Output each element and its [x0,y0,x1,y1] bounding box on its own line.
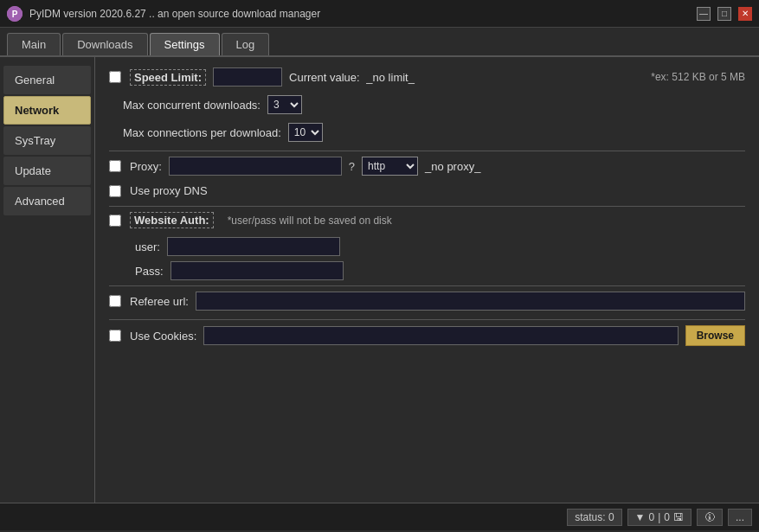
speed-limit-row: Speed Limit: Current value: _no limit_ *… [109,67,745,87]
status-bar: status: 0 ▼ 0 | 0 🖫 🛈 ... [0,503,759,530]
close-button[interactable]: ✕ [738,7,752,21]
queue-down-icon: ▼ [635,511,646,523]
svg-text:P: P [12,10,18,19]
pass-row: Pass: [135,261,745,280]
proxy-row: Proxy: ? http https socks4 socks5 _no pr… [109,157,745,176]
tab-main[interactable]: Main [7,33,61,55]
tab-log[interactable]: Log [222,33,270,55]
info-button[interactable]: 🛈 [697,509,723,526]
maximize-button[interactable]: □ [717,7,731,21]
sidebar-item-general[interactable]: General [3,66,91,94]
website-auth-checkbox[interactable] [109,215,121,227]
queue-upload-icon: 🖫 [673,511,684,523]
tab-settings[interactable]: Settings [150,33,220,55]
speed-limit-label: Speed Limit: [130,69,206,86]
settings-panel: Speed Limit: Current value: _no limit_ *… [95,57,759,503]
max-connections-label: Max connections per download: [123,126,281,139]
user-input[interactable] [167,237,340,256]
referee-url-label: Referee url: [130,295,189,308]
more-button[interactable]: ... [728,509,752,526]
use-proxy-dns-label: Use proxy DNS [130,184,208,197]
proxy-label: Proxy: [130,160,162,173]
cookies-input[interactable] [203,326,678,345]
user-label: user: [135,240,160,253]
browse-button[interactable]: Browse [685,325,745,346]
title-bar: P PyIDM version 2020.6.27 .. an open sou… [0,0,759,28]
use-proxy-dns-row: Use proxy DNS [109,184,745,197]
speed-hint: *ex: 512 KB or 5 MB [651,71,745,83]
info-icon: 🛈 [704,511,715,523]
use-cookies-checkbox[interactable] [109,330,121,342]
tab-downloads[interactable]: Downloads [62,33,147,55]
proxy-type-select[interactable]: http https socks4 socks5 [362,157,418,176]
window-controls: — □ ✕ [697,7,752,21]
website-auth-row: Website Auth: *user/pass will not be sav… [109,212,745,228]
more-icon: ... [736,511,744,523]
proxy-status: _no proxy_ [425,160,480,173]
max-concurrent-select[interactable]: 1 2 3 4 5 6 8 10 [267,95,302,114]
proxy-question: ? [349,160,355,173]
queue-divider: | [658,511,660,523]
max-concurrent-label: Max concurrent downloads: [123,99,261,112]
content-area: General Network SysTray Update Advanced … [0,57,759,503]
max-concurrent-row: Max concurrent downloads: 1 2 3 4 5 6 8 … [109,95,745,114]
sidebar-item-update[interactable]: Update [3,157,91,185]
pass-label: Pass: [135,265,164,278]
divider-4 [109,319,745,320]
current-value-label: Current value: _no limit_ [289,71,415,84]
referee-url-checkbox[interactable] [109,295,121,307]
use-proxy-dns-checkbox[interactable] [109,185,121,197]
website-auth-label: Website Auth: [130,212,214,228]
proxy-checkbox[interactable] [109,160,121,172]
divider-2 [109,206,745,207]
tab-bar: Main Downloads Settings Log [0,28,759,57]
divider-3 [109,285,745,286]
pass-input[interactable] [170,261,344,280]
user-row: user: [135,237,745,256]
queue-status: ▼ 0 | 0 🖫 [627,509,691,526]
max-connections-select[interactable]: 1 2 3 4 5 6 8 10 12 15 20 [288,123,323,142]
use-cookies-label: Use Cookies: [130,330,196,343]
divider-1 [109,151,745,151]
sidebar-item-network[interactable]: Network [3,96,91,125]
sidebar-item-advanced[interactable]: Advanced [3,187,91,215]
status-label: status: 0 [567,509,621,526]
app-title: PyIDM version 2020.6.27 .. an open sourc… [29,8,697,20]
referee-url-input[interactable] [196,292,745,311]
app-icon: P [7,6,23,22]
use-cookies-row: Use Cookies: Browse [109,325,745,346]
sidebar: General Network SysTray Update Advanced [0,57,95,503]
minimize-button[interactable]: — [697,7,711,21]
max-connections-row: Max connections per download: 1 2 3 4 5 … [109,123,745,142]
sidebar-item-systray[interactable]: SysTray [3,126,91,155]
website-auth-note: *user/pass will not be saved on disk [228,215,392,227]
speed-limit-input[interactable] [213,67,282,87]
proxy-input[interactable] [169,157,342,176]
speed-limit-checkbox[interactable] [109,71,121,83]
referee-url-row: Referee url: [109,292,745,311]
